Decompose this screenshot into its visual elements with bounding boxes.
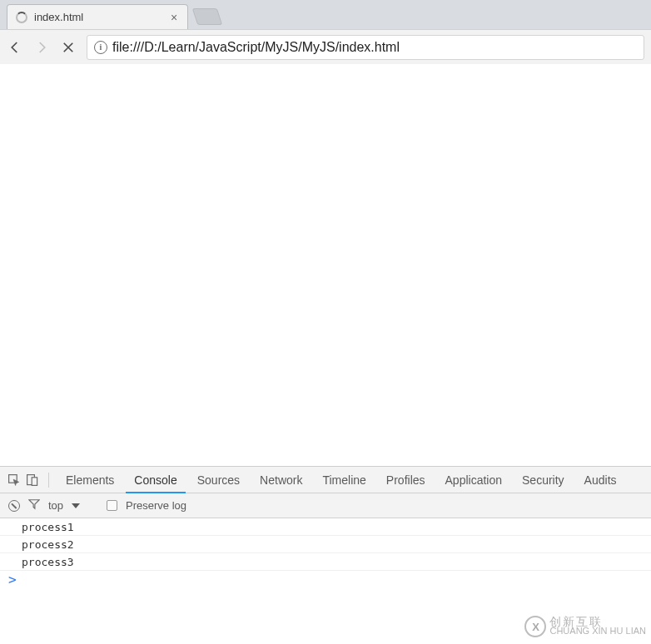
tab-title: index.html xyxy=(34,11,169,23)
preserve-log-label: Preserve log xyxy=(126,499,186,512)
browser-toolbar: i file:///D:/Learn/JavaScript/MyJS/MyJS/… xyxy=(0,29,651,64)
console-message[interactable]: process1 xyxy=(0,518,651,536)
arrow-right-icon xyxy=(34,40,49,55)
context-selector-label: top xyxy=(48,499,63,512)
preserve-log-checkbox[interactable] xyxy=(107,500,117,511)
tab-security[interactable]: Security xyxy=(514,467,573,493)
forward-button[interactable] xyxy=(33,39,50,56)
browser-tab[interactable]: index.html × xyxy=(7,4,188,29)
tab-application[interactable]: Application xyxy=(437,467,511,493)
inspect-element-button[interactable] xyxy=(7,473,22,488)
close-icon xyxy=(61,40,76,55)
console-output: process1 process2 process3 xyxy=(0,518,651,571)
devtools-tab-bar: Elements Console Sources Network Timelin… xyxy=(0,467,651,493)
tab-profiles[interactable]: Profiles xyxy=(378,467,434,493)
watermark-sub: CHUANG XIN HU LIAN xyxy=(549,627,646,636)
watermark: X 创新互联 CHUANG XIN HU LIAN xyxy=(524,616,646,637)
console-message[interactable]: process2 xyxy=(0,536,651,553)
tab-sources[interactable]: Sources xyxy=(189,467,248,493)
watermark-logo-icon: X xyxy=(524,616,546,637)
svg-rect-2 xyxy=(32,477,37,485)
tab-audits[interactable]: Audits xyxy=(576,467,625,493)
new-tab-button[interactable] xyxy=(192,8,222,25)
filter-icon[interactable] xyxy=(28,498,40,513)
loading-spinner-icon xyxy=(16,12,27,23)
address-bar[interactable]: i file:///D:/Learn/JavaScript/MyJS/MyJS/… xyxy=(87,35,644,60)
console-prompt[interactable]: > xyxy=(0,571,651,588)
back-button[interactable] xyxy=(7,39,23,56)
tab-elements[interactable]: Elements xyxy=(57,467,122,493)
arrow-left-icon xyxy=(7,40,22,55)
device-toolbar-button[interactable] xyxy=(25,473,40,488)
devtools-panel: Elements Console Sources Network Timelin… xyxy=(0,466,651,588)
tab-console[interactable]: Console xyxy=(126,467,185,493)
page-viewport xyxy=(0,64,651,466)
browser-tab-strip: index.html × xyxy=(0,0,651,29)
tab-timeline[interactable]: Timeline xyxy=(314,467,374,493)
clear-console-icon[interactable] xyxy=(8,500,20,512)
stop-button[interactable] xyxy=(60,39,77,56)
info-icon[interactable]: i xyxy=(94,41,107,54)
chevron-down-icon[interactable] xyxy=(72,503,80,508)
separator xyxy=(48,473,49,488)
console-message[interactable]: process3 xyxy=(0,553,651,571)
url-text: file:///D:/Learn/JavaScript/MyJS/MyJS/in… xyxy=(112,40,637,55)
console-filter-bar: top Preserve log xyxy=(0,493,651,518)
tab-network[interactable]: Network xyxy=(251,467,311,493)
close-icon[interactable]: × xyxy=(169,12,179,22)
